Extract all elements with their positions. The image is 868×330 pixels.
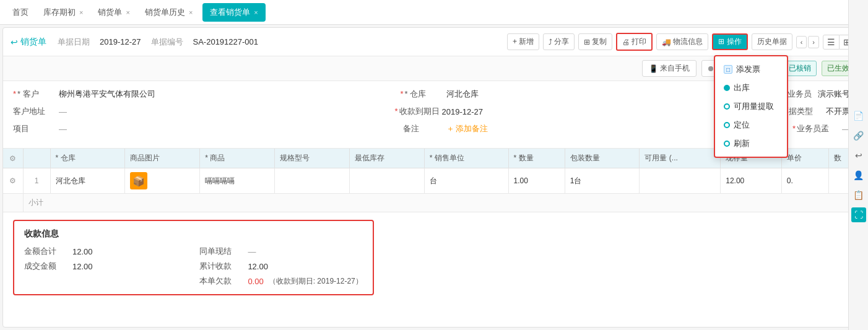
logistics-button[interactable]: 🚚 物流信息: [656, 33, 708, 50]
sidebar-expand-icon[interactable]: ⛶: [851, 207, 866, 222]
outbound-radio-icon: [724, 85, 730, 91]
th-spec: 规格型号: [275, 149, 350, 168]
row-available: [640, 168, 721, 194]
employee-field: 业务员 演示账号: [788, 89, 853, 100]
tab-sales-order-close[interactable]: ×: [126, 9, 129, 16]
copy-icon: ⊞: [584, 38, 590, 46]
tab-view-order[interactable]: 查看销货单 ×: [202, 3, 265, 22]
th-pack-qty: 包装数量: [565, 149, 640, 168]
product-image: 📦: [130, 172, 147, 189]
salesperson-field: *业务员孟 —: [792, 123, 853, 134]
right-sidebar: 📄 🔗 ↩ 👤 📋 ⛶: [848, 0, 868, 330]
add-note-button[interactable]: ＋ 添加备注: [446, 123, 488, 134]
prev-button[interactable]: ‹: [796, 36, 807, 48]
from-mobile-button[interactable]: 📱 来自手机: [642, 60, 697, 77]
row-stock: 12.00: [721, 168, 782, 194]
row-pack-qty: 1台: [565, 168, 640, 194]
add-invoice-item[interactable]: □ 添发票: [715, 60, 787, 79]
locate-radio-icon: [724, 122, 730, 128]
payment-info-section: 收款信息 金额合计 12.00 同单现结 — 成交金额 12.00: [3, 212, 862, 303]
tab-sales-history-close[interactable]: ×: [189, 9, 193, 16]
outbound-item[interactable]: 出库: [715, 79, 787, 97]
th-warehouse: * 仓库: [50, 149, 125, 168]
doc-type-label: ↩ 销货单: [11, 37, 46, 48]
row-warehouse: 河北仓库: [50, 168, 125, 194]
product-table: ⚙ * 仓库 商品图片 * 商品 规格型号 最低库存 * 销售单位 * 数量 包…: [3, 149, 862, 212]
plus-icon: ＋: [446, 123, 454, 134]
tab-sales-order[interactable]: 销货单 ×: [90, 0, 137, 25]
th-product-img: 商品图片: [125, 149, 200, 168]
customer-value: 柳州粤港平安气体有限公司: [56, 89, 158, 100]
payment-info-title: 收款信息: [24, 228, 363, 240]
project-field: 项目 —: [13, 123, 403, 134]
th-available: 可用量 (...: [640, 149, 721, 168]
history-button[interactable]: 历史单据: [752, 33, 792, 50]
refresh-item[interactable]: 刷新: [715, 134, 787, 153]
top-nav: 首页 库存期初 × 销货单 × 销货单历史 × 查看销货单 × ×: [0, 0, 868, 25]
logistics-icon: 🚚: [662, 38, 671, 46]
operate-dropdown: □ 添发票 出库 可用量提取 定位 刷新: [714, 55, 788, 158]
row-settings[interactable]: ⚙: [3, 168, 23, 194]
status-dot-grey: [708, 66, 713, 71]
arrears-row: 本单欠款 0.00 （收款到期日: 2019-12-27）: [199, 276, 362, 287]
cumulative-row: 累计收款 12.00: [199, 261, 362, 272]
customer-field: ** 客户 柳州粤港平安气体有限公司: [13, 89, 401, 100]
row-unit: 台: [424, 168, 508, 194]
th-unit: * 销售单位: [424, 149, 508, 168]
nav-arrows: ‹ ›: [796, 36, 819, 48]
th-product: * 商品: [200, 149, 275, 168]
row-product-name: 嗝嗝嗝嗝: [200, 168, 275, 194]
row-price: 0.: [781, 168, 828, 194]
subtotal-label: 小计: [23, 194, 862, 212]
sidebar-doc-icon[interactable]: 📄: [851, 108, 866, 123]
tab-inventory-init[interactable]: 库存期初 ×: [36, 0, 90, 25]
th-qty: * 数量: [508, 149, 565, 168]
sidebar-list-icon[interactable]: 📋: [851, 188, 866, 202]
share-icon: ⤴: [549, 38, 552, 46]
next-button[interactable]: ›: [808, 36, 819, 48]
operate-button[interactable]: ⊞ 操作: [712, 33, 747, 50]
refresh-radio-icon: [724, 141, 730, 147]
tab-inventory-init-close[interactable]: ×: [79, 9, 83, 16]
row-min-stock: [349, 168, 424, 194]
row-spec: [275, 168, 350, 194]
operate-icon: ⊞: [718, 37, 724, 46]
same-order-row: 同单现结 —: [199, 246, 362, 257]
sidebar-user-icon[interactable]: 👤: [851, 168, 866, 183]
payment-info-box: 收款信息 金额合计 12.00 同单现结 — 成交金额 12.00: [13, 220, 374, 295]
th-settings: ⚙: [3, 149, 23, 168]
mobile-icon: 📱: [649, 64, 658, 73]
toolbar-actions: + 新增 ⤴ 分享 ⊞ 复制 🖨 打印 🚚 物流信息: [507, 33, 855, 51]
table-row: ⚙ 1 河北仓库 📦 嗝嗝嗝嗝 台 1.00 1台 12.00: [3, 168, 862, 194]
print-button[interactable]: 🖨 打印: [616, 33, 653, 51]
subtotal-row: 小计: [3, 194, 862, 212]
new-button[interactable]: + 新增: [507, 33, 539, 50]
th-row-num: [23, 149, 50, 168]
row-num: 1: [23, 168, 50, 194]
available-radio-icon: [724, 103, 730, 110]
doc-meta: 单据日期 2019-12-27 单据编号 SA-20191227-001: [58, 37, 503, 48]
tab-home[interactable]: 首页: [5, 0, 36, 25]
row-qty: 1.00: [508, 168, 565, 194]
address-field: 客户地址 —: [13, 106, 395, 117]
th-price: 单价: [781, 149, 828, 168]
copy-button[interactable]: ⊞ 复制: [578, 33, 612, 50]
sidebar-back-icon[interactable]: ↩: [851, 148, 866, 163]
list-view-button[interactable]: ☰: [823, 35, 840, 50]
available-qty-item[interactable]: 可用量提取: [715, 97, 787, 116]
print-icon: 🖨: [622, 38, 630, 46]
product-table-container: ⚙ * 仓库 商品图片 * 商品 规格型号 最低库存 * 销售单位 * 数量 包…: [3, 149, 862, 212]
tab-sales-history[interactable]: 销货单历史 ×: [137, 0, 200, 25]
locate-item[interactable]: 定位: [715, 116, 787, 134]
tab-view-order-close[interactable]: ×: [254, 9, 258, 16]
primary-toolbar: ↩ 销货单 单据日期 2019-12-27 单据编号 SA-20191227-0…: [3, 28, 862, 56]
total-amount-row: 金额合计 12.00: [24, 246, 187, 257]
share-button[interactable]: ⤴ 分享: [543, 33, 575, 50]
sidebar-link-icon[interactable]: 🔗: [851, 128, 866, 143]
row-product-img: 📦: [125, 168, 200, 194]
checked-badge: 已核销: [783, 61, 817, 76]
deal-amount-row: 成交金额 12.00: [24, 261, 187, 272]
th-min-stock: 最低库存: [349, 149, 424, 168]
invoice-icon: □: [724, 65, 732, 74]
warehouse-value: 河北仓库: [444, 89, 481, 100]
